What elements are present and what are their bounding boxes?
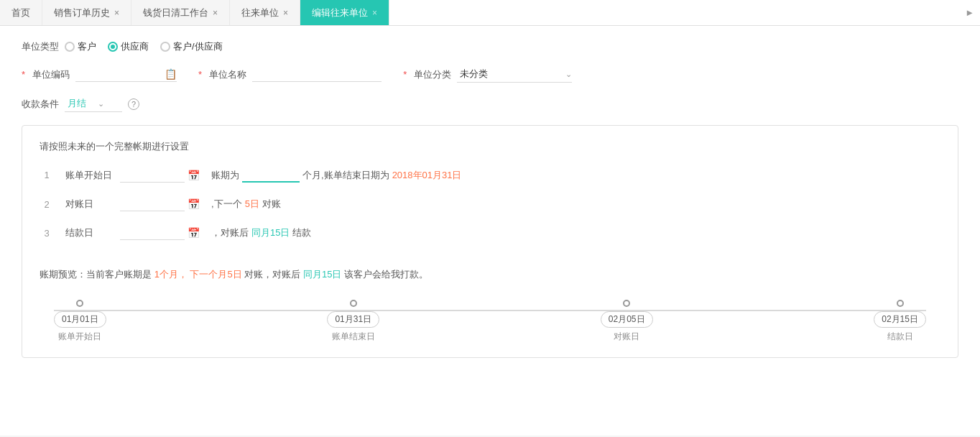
row1-desc: 账期为 1 个月,账单结束日期为 2018年01月31日 bbox=[211, 167, 461, 183]
row2-label: 对账日 bbox=[65, 198, 108, 211]
unit-code-group: * 单位编码 000001 📋 bbox=[22, 68, 177, 82]
period-input[interactable]: 1 bbox=[242, 167, 300, 183]
settings-section: 请按照未来的一个完整帐期进行设置 1 账单开始日 2018-01-01 📅 账期… bbox=[22, 125, 958, 358]
timeline-label-2: 对账日 bbox=[614, 331, 639, 343]
radio-supplier[interactable]: 供应商 bbox=[108, 40, 149, 53]
preview-part3: 同月15日 bbox=[303, 269, 341, 280]
unit-category-chevron-icon: ⌄ bbox=[565, 70, 572, 79]
row1-calendar-icon[interactable]: 📅 bbox=[188, 170, 200, 181]
timeline-dot-3 bbox=[897, 300, 904, 307]
radio-customer[interactable]: 客户 bbox=[65, 40, 96, 53]
tab-partners[interactable]: 往来单位 × bbox=[230, 0, 300, 25]
timeline-label-1: 账单结束日 bbox=[332, 331, 375, 343]
payment-chevron-icon: ⌄ bbox=[98, 99, 104, 109]
timeline-badge-0: 01月01日 bbox=[54, 311, 106, 328]
row2-calendar-icon[interactable]: 📅 bbox=[188, 198, 200, 210]
row-start-date: 1 账单开始日 2018-01-01 📅 账期为 1 个月,账单结束日期为 20… bbox=[40, 167, 940, 183]
tab-sales-history[interactable]: 销售订单历史 × bbox=[42, 0, 131, 25]
radio-customer-label: 客户 bbox=[78, 40, 96, 53]
row3-calendar-icon[interactable]: 📅 bbox=[188, 227, 200, 239]
row3-date-input[interactable]: 2018-02-15 bbox=[120, 226, 185, 240]
row2-desc-suffix: 对账 bbox=[262, 198, 281, 211]
unit-type-radio-group: 客户 供应商 客户/供应商 bbox=[65, 40, 223, 53]
radio-both-label: 客户/供应商 bbox=[173, 40, 223, 53]
radio-both[interactable]: 客户/供应商 bbox=[160, 40, 223, 53]
unit-code-label: 单位编码 bbox=[32, 68, 70, 81]
timeline-label-0: 账单开始日 bbox=[58, 331, 101, 343]
tab-home[interactable]: 首页 bbox=[0, 0, 42, 25]
row3-desc-suffix: 结款 bbox=[292, 226, 311, 239]
row2-number: 2 bbox=[40, 199, 54, 210]
unit-code-copy-icon[interactable]: 📋 bbox=[165, 68, 177, 80]
tab-partners-label: 往来单位 bbox=[241, 6, 279, 19]
unit-type-label: 单位类型 bbox=[22, 40, 59, 53]
row3-label: 结款日 bbox=[65, 226, 108, 239]
timeline-dot-2 bbox=[623, 300, 630, 307]
close-cashflow-icon[interactable]: × bbox=[213, 8, 218, 18]
payment-value: 月结 bbox=[65, 96, 89, 111]
row2-desc-prefix: ,下一个 bbox=[211, 198, 242, 211]
tab-edit-partner[interactable]: 编辑往来单位 × bbox=[300, 0, 389, 25]
tab-home-label: 首页 bbox=[11, 6, 30, 19]
row3-date-group: 2018-02-15 📅 bbox=[120, 226, 200, 240]
close-partners-icon[interactable]: × bbox=[283, 8, 288, 18]
timeline-node-3: 02月15日 结款日 bbox=[874, 300, 926, 343]
tab-expand-icon[interactable]: ► bbox=[959, 0, 980, 25]
unit-category-star: * bbox=[403, 69, 407, 80]
unit-name-star: * bbox=[198, 69, 202, 80]
radio-supplier-circle bbox=[108, 42, 118, 52]
unit-category-label: 单位分类 bbox=[414, 68, 451, 81]
preview-label: 账期预览：当前客户账期是 bbox=[40, 269, 152, 280]
tab-bar: 首页 销售订单历史 × 钱货日清工作台 × 往来单位 × 编辑往来单位 × ► bbox=[0, 0, 980, 26]
close-edit-partner-icon[interactable]: × bbox=[372, 8, 377, 18]
row3-desc: ，对账后 同月15日 结款 bbox=[211, 226, 311, 239]
row2-date-group: 2018-02-05 📅 bbox=[120, 197, 200, 211]
row1-number: 1 bbox=[40, 170, 54, 180]
preview-section: 账期预览：当前客户账期是 1个月， 下一个月5日 对账，对账后 同月15日 该客… bbox=[40, 254, 940, 297]
unit-type-row: 单位类型 客户 供应商 客户/供应商 bbox=[22, 40, 958, 53]
row2-desc: ,下一个 5日 对账 bbox=[211, 198, 281, 211]
timeline-badge-1: 01月31日 bbox=[327, 311, 379, 328]
row2-highlight: 5日 bbox=[245, 198, 259, 211]
tab-sales-history-label: 销售订单历史 bbox=[54, 6, 110, 19]
close-sales-history-icon[interactable]: × bbox=[114, 8, 119, 18]
row1-label: 账单开始日 bbox=[65, 169, 108, 182]
unit-code-input-group: 000001 📋 bbox=[75, 68, 177, 82]
unit-category-group: * 单位分类 未分类 ⌄ bbox=[403, 66, 572, 83]
row2-date-input[interactable]: 2018-02-05 bbox=[120, 197, 185, 211]
unit-type-group: 单位类型 客户 供应商 客户/供应商 bbox=[22, 40, 223, 53]
row1-date-group: 2018-01-01 📅 bbox=[120, 168, 200, 183]
payment-select[interactable]: 月结 ⌄ bbox=[65, 96, 122, 112]
payment-group: 收款条件 月结 ⌄ ? bbox=[22, 96, 139, 112]
row1-desc-prefix: 账期为 bbox=[211, 169, 239, 182]
preview-end: 该客户会给我打款。 bbox=[344, 269, 428, 280]
timeline: 01月01日 账单开始日 01月31日 账单结束日 02月05日 对账日 02月… bbox=[40, 300, 940, 343]
unit-name-input[interactable]: 河南供应商22 bbox=[252, 68, 382, 82]
unit-name-label: 单位名称 bbox=[209, 68, 246, 81]
timeline-dot-0 bbox=[76, 300, 83, 307]
tab-cashflow[interactable]: 钱货日清工作台 × bbox=[131, 0, 230, 25]
unit-code-star: * bbox=[22, 69, 25, 80]
row3-highlight: 同月15日 bbox=[251, 226, 290, 239]
timeline-badge-2: 02月05日 bbox=[601, 311, 653, 328]
radio-both-circle bbox=[160, 42, 170, 52]
payment-row: 收款条件 月结 ⌄ ? bbox=[22, 96, 958, 112]
preview-mid: 对账，对账后 bbox=[244, 269, 300, 280]
preview-part2: 下一个月5日 bbox=[190, 269, 241, 280]
timeline-node-1: 01月31日 账单结束日 bbox=[327, 300, 379, 343]
row1-highlight: 2018年01月31日 bbox=[392, 169, 462, 182]
radio-customer-circle bbox=[65, 42, 75, 52]
payment-label: 收款条件 bbox=[22, 98, 59, 111]
unit-category-select[interactable]: 未分类 ⌄ bbox=[457, 66, 572, 83]
main-content: 单位类型 客户 供应商 客户/供应商 * 单位编码 bbox=[0, 26, 980, 436]
timeline-label-3: 结款日 bbox=[887, 331, 913, 343]
unit-code-input[interactable]: 000001 bbox=[75, 68, 162, 81]
row3-number: 3 bbox=[40, 228, 54, 239]
row1-date-input[interactable]: 2018-01-01 bbox=[120, 168, 185, 183]
timeline-node-0: 01月01日 账单开始日 bbox=[54, 300, 106, 343]
tab-edit-partner-label: 编辑往来单位 bbox=[312, 6, 368, 19]
preview-part1: 1个月， bbox=[154, 269, 188, 280]
row3-desc-prefix: ，对账后 bbox=[211, 226, 249, 239]
row1-desc-suffix: 个月,账单结束日期为 bbox=[302, 169, 389, 182]
payment-help-icon[interactable]: ? bbox=[128, 98, 139, 110]
